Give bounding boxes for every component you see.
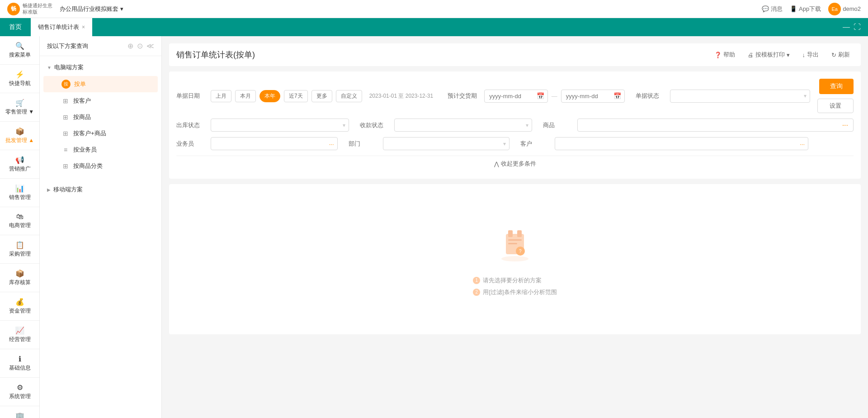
tab-maximize-icon[interactable]: ⛶ xyxy=(854,23,861,31)
scheme-by-category-label: 按商品分类 xyxy=(73,162,103,170)
company-selector[interactable]: 办公用品行业模拟账套 ▾ xyxy=(56,3,127,15)
department-dropdown[interactable] xyxy=(383,137,510,150)
scheme-by-cust-prod[interactable]: ⊞ 按客户+商品 xyxy=(43,126,158,141)
sidebar-item-search[interactable]: 🔍 搜索菜单 xyxy=(0,36,39,65)
delivery-status-dropdown[interactable] xyxy=(211,119,349,132)
top-bar-left: 畅 畅捷通好生意 标准版 办公用品行业模拟账套 ▾ xyxy=(7,3,127,15)
left-panel-header: 按以下方案查询 ⊕ ⊙ ≪ xyxy=(40,36,161,56)
scheme-by-order[interactable]: 按 按单 xyxy=(43,76,158,92)
pc-scheme-section: ▼ 电脑端方案 按 按单 ⊞ 按客户 ⊞ 按商品 ⊞ 按客户+商品 xyxy=(40,56,161,178)
left-panel-title: 按以下方案查询 xyxy=(47,42,88,50)
page-actions: ❓ 帮助 🖨 按模板打印 ▾ ↓ 导出 ↻ 刷新 xyxy=(711,49,854,61)
date-btn-more[interactable]: 更多 xyxy=(311,90,332,102)
query-button[interactable]: 查询 xyxy=(819,79,854,94)
delivery-date-end-input[interactable] xyxy=(561,90,625,103)
filter-row-1: 单据日期 上月 本月 本年 近7天 更多 自定义 2023-01-01 至 20… xyxy=(176,79,854,113)
date-btn-this-month[interactable]: 本月 xyxy=(235,90,256,102)
top-bar-right: 💬 消息 📱 App下载 Ea demo2 xyxy=(762,3,861,15)
sidebar-item-wholesale[interactable]: 📦 批发管理 ▲ xyxy=(0,122,39,150)
scheme-by-salesperson-label: 按业务员 xyxy=(73,146,97,154)
tab-bar: 首页 销售订单统计表 × — ⛶ xyxy=(0,18,868,36)
salesperson-more-icon[interactable]: ··· xyxy=(329,140,334,147)
logo-text: 畅捷通好生意 标准版 xyxy=(23,3,52,14)
scheme-by-category-icon: ⊞ xyxy=(61,162,70,170)
retail-icon: 🛒 xyxy=(4,99,36,107)
tab-minimize-icon[interactable]: — xyxy=(843,23,850,31)
operation-icon: 📈 xyxy=(4,326,36,335)
sidebar-item-basic[interactable]: ℹ 基础信息 xyxy=(0,349,39,378)
sidebar-item-inventory[interactable]: 📦 库存核算 xyxy=(0,264,39,292)
enterprise-icon: 🏢 xyxy=(4,412,36,418)
date-range-text: 2023-01-01 至 2023-12-31 xyxy=(369,92,433,100)
sidebar-item-ecommerce[interactable]: 🛍 电商管理 xyxy=(0,207,39,235)
pc-scheme-header[interactable]: ▼ 电脑端方案 xyxy=(40,60,161,75)
print-icon: 🖨 xyxy=(748,52,754,58)
mobile-section-title: 移动端方案 xyxy=(53,185,83,194)
basic-icon: ℹ xyxy=(4,355,36,363)
goods-more-icon[interactable]: ··· xyxy=(840,121,850,129)
customer-label: 客户 xyxy=(520,140,547,148)
setting-scheme-button[interactable]: ⊙ xyxy=(137,42,143,50)
collapse-panel-button[interactable]: ≪ xyxy=(146,42,154,50)
payment-status-label: 收款状态 xyxy=(360,121,387,129)
settings-button[interactable]: 设置 xyxy=(817,99,854,113)
salesperson-input[interactable] xyxy=(211,137,338,150)
template-print-button[interactable]: 🖨 按模板打印 ▾ xyxy=(744,49,793,61)
scheme-by-category[interactable]: ⊞ 按商品分类 xyxy=(43,158,158,174)
customer-input[interactable] xyxy=(555,137,808,150)
right-panel: 销售订单统计表(按单) ❓ 帮助 🖨 按模板打印 ▾ ↓ 导出 xyxy=(162,36,868,418)
sidebar-item-operation[interactable]: 📈 经营管理 xyxy=(0,321,39,349)
message-button[interactable]: 💬 消息 xyxy=(762,5,783,13)
scheme-by-salesperson-icon: ≡ xyxy=(61,146,70,154)
date-buttons-group: 上月 本月 本年 近7天 更多 自定义 xyxy=(211,90,362,102)
scheme-by-product[interactable]: ⊞ 按商品 xyxy=(43,109,158,125)
sidebar-item-quick-nav[interactable]: ⚡ 快捷导航 xyxy=(0,65,39,93)
date-label: 单据日期 xyxy=(176,92,203,100)
payment-status-dropdown[interactable] xyxy=(394,119,533,132)
scheme-by-customer[interactable]: ⊞ 按客户 xyxy=(43,93,158,109)
mobile-section-arrow-icon: ▶ xyxy=(47,187,51,192)
sidebar-item-sales[interactable]: 📊 销售管理 xyxy=(0,179,39,207)
mobile-scheme-section: ▶ 移动端方案 xyxy=(40,178,161,201)
svg-text:?: ? xyxy=(519,249,522,254)
help-button[interactable]: ❓ 帮助 xyxy=(711,49,739,61)
tab-home[interactable]: 首页 xyxy=(0,18,31,36)
app-download-button[interactable]: 📱 App下载 xyxy=(790,5,821,13)
date-btn-last-month[interactable]: 上月 xyxy=(211,90,231,102)
goods-input[interactable] xyxy=(577,119,854,132)
sidebar-item-finance[interactable]: 💰 资金管理 xyxy=(0,292,39,321)
sidebar-item-system[interactable]: ⚙ 系统管理 xyxy=(0,378,39,406)
scheme-by-salesperson[interactable]: ≡ 按业务员 xyxy=(43,142,158,157)
sidebar-item-retail[interactable]: 🛒 零售管理 ▼ xyxy=(0,93,39,122)
date-btn-custom[interactable]: 自定义 xyxy=(336,90,362,102)
sidebar-item-marketing[interactable]: 📢 营销推广 xyxy=(0,150,39,179)
delivery-date-start-input[interactable] xyxy=(484,90,548,103)
scheme-by-customer-label: 按客户 xyxy=(73,97,91,105)
marketing-icon: 📢 xyxy=(4,156,36,164)
expected-delivery-group: 📅 — 📅 xyxy=(484,90,624,103)
filter-row-3: 业务员 ··· 部门 ▾ 客户 ··· xyxy=(176,137,854,150)
add-scheme-button[interactable]: ⊕ xyxy=(127,42,133,50)
scheme-by-customer-icon: ⊞ xyxy=(61,97,70,105)
tip-num-1: 1 xyxy=(473,277,480,284)
pc-section-arrow-icon: ▼ xyxy=(47,65,52,70)
scheme-by-product-icon: ⊞ xyxy=(61,113,70,121)
customer-more-icon[interactable]: ··· xyxy=(800,140,805,147)
tab-close-icon[interactable]: × xyxy=(82,24,85,30)
logo-icon: 畅 xyxy=(7,3,20,15)
system-icon: ⚙ xyxy=(4,383,36,392)
date-btn-last-7-days[interactable]: 近7天 xyxy=(284,90,308,102)
export-button[interactable]: ↓ 导出 xyxy=(799,49,823,61)
date-btn-this-year[interactable]: 本年 xyxy=(259,90,280,102)
user-profile[interactable]: Ea demo2 xyxy=(828,3,861,15)
bill-status-dropdown[interactable] xyxy=(670,90,810,103)
collapse-filter-button[interactable]: ⋀ 收起更多条件 xyxy=(176,156,854,171)
sidebar-item-purchase[interactable]: 📋 采购管理 xyxy=(0,235,39,264)
tab-sales-order[interactable]: 销售订单统计表 × xyxy=(31,18,92,36)
delivery-status-select: ▾ xyxy=(211,119,349,132)
inventory-icon: 📦 xyxy=(4,269,36,278)
refresh-button[interactable]: ↻ 刷新 xyxy=(828,49,854,61)
mobile-scheme-header[interactable]: ▶ 移动端方案 xyxy=(40,182,161,197)
sidebar-item-enterprise[interactable]: 🏢 企业协同 xyxy=(0,406,39,418)
collapse-up-icon: ⋀ xyxy=(494,161,499,167)
